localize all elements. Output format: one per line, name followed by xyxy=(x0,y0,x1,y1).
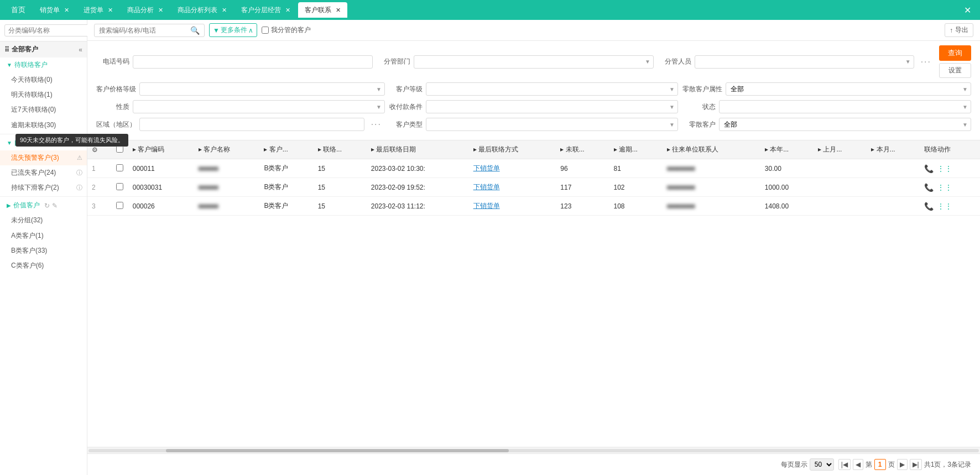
tab-product-list[interactable]: 商品分析列表 ✕ xyxy=(171,2,233,18)
my-customer-checkbox-wrap: 我分管的客户 xyxy=(262,25,311,35)
sidebar-item-class-b[interactable]: B类客户(33) xyxy=(0,243,87,258)
row-checkbox-3[interactable] xyxy=(112,197,128,216)
first-page-button[interactable]: |◀ xyxy=(838,459,851,470)
nature-label: 性质 xyxy=(96,102,129,112)
more-filter-button[interactable]: ▼ 更多条件 ∧ xyxy=(209,23,257,37)
sidebar-root[interactable]: ⠿ 全部客户 « xyxy=(0,41,87,58)
filter-region: 区域（地区） ··· xyxy=(96,118,385,131)
sidebar-item-class-a[interactable]: A类客户(1) xyxy=(0,228,87,243)
table-area: ⚙ ▸ 客户编码 ▸ 客户名称 ▸ xyxy=(87,140,980,447)
contact-icon-1[interactable]: 📞 xyxy=(924,164,934,173)
nature-select[interactable] xyxy=(133,100,385,113)
sidebar-group-value[interactable]: ▶ 价值客户 ↻ ✎ xyxy=(0,198,87,213)
region-input[interactable] xyxy=(139,118,364,131)
sidebar-item-ungrouped[interactable]: 未分组(32) xyxy=(0,213,87,228)
manager-select[interactable] xyxy=(695,55,914,69)
tab-sales-close[interactable]: ✕ xyxy=(64,7,69,14)
tab-customer-contact[interactable]: 客户联系 ✕ xyxy=(298,2,347,18)
sparse-customer-select[interactable]: 全部 xyxy=(719,118,971,131)
table-row: 2 00030031 ■■■■■ B类客户 15 2023-02-09 19:5… xyxy=(87,178,980,197)
sidebar-item-overdue-contact[interactable]: 逾期未联络(30) xyxy=(0,118,87,133)
row-last-date-2: 2023-02-09 19:52: xyxy=(367,178,469,197)
price-level-select[interactable] xyxy=(139,82,385,96)
horizontal-scrollbar[interactable] xyxy=(87,447,980,453)
filter-price-level: 客户价格等级 ▼ xyxy=(96,82,385,96)
my-customer-checkbox[interactable] xyxy=(262,27,269,34)
close-all-button[interactable]: ✕ xyxy=(960,5,976,15)
edit-icon[interactable]: ✎ xyxy=(52,202,58,210)
manager-more-btn[interactable]: ··· xyxy=(918,57,935,67)
sidebar-item-churned[interactable]: 已流失客户(24) ⓘ xyxy=(0,165,87,180)
status-select[interactable] xyxy=(719,100,971,113)
row-checkbox-1[interactable] xyxy=(112,159,128,178)
filter-row-4: 区域（地区） ··· 客户类型 ▼ 零散客户 全部 ▼ xyxy=(96,118,971,131)
sidebar-search-input[interactable] xyxy=(4,24,95,36)
tab-customer-tier[interactable]: 客户分层经营 ✕ xyxy=(234,2,297,18)
sidebar-group-pending[interactable]: ▼ 待联络客户 xyxy=(0,58,87,72)
row-contact-count-3: 15 xyxy=(314,197,367,216)
scroll-thumb[interactable] xyxy=(166,449,509,452)
tab-purchase[interactable]: 进货单 ✕ xyxy=(77,2,119,18)
contact-icon-2[interactable]: 📞 xyxy=(924,183,934,192)
tab-purchase-close[interactable]: ✕ xyxy=(108,7,113,14)
sidebar-item-today-contact[interactable]: 今天待联络(0) xyxy=(0,72,87,87)
filter-panel: 电话号码 分管部门 ▼ 分管人员 ▼ ··· xyxy=(87,41,980,140)
content-area: 🔍 ▼ 更多条件 ∧ 我分管的客户 ↑ 导出 电话号码 xyxy=(87,20,980,475)
row-no-contact-3: 123 xyxy=(556,197,609,216)
tab-product-list-close[interactable]: ✕ xyxy=(222,7,227,14)
search-button[interactable]: 🔍 xyxy=(190,26,200,35)
total-info: 共1页，3条记录 xyxy=(924,460,971,469)
chevron-down-icon: ∧ xyxy=(248,27,253,34)
th-no-contact: ▸ 未联... xyxy=(556,140,609,159)
filter-row-2: 客户价格等级 ▼ 客户等级 ▼ 零散客户属性 全部 xyxy=(96,82,971,96)
customer-level-select[interactable] xyxy=(426,82,678,96)
grid-icon: ⠿ xyxy=(4,46,9,54)
sidebar-item-declining[interactable]: 持续下滑客户(2) ⓘ xyxy=(0,180,87,195)
more-icon-3[interactable]: ⋮⋮ xyxy=(937,202,952,211)
sidebar-collapse-icon[interactable]: « xyxy=(79,46,82,54)
contact-icon-3[interactable]: 📞 xyxy=(924,202,934,211)
prev-page-button[interactable]: ◀ xyxy=(853,459,863,470)
tab-customer-contact-close[interactable]: ✕ xyxy=(336,7,341,14)
tab-home[interactable]: 首页 xyxy=(4,5,32,15)
more-icon-2[interactable]: ⋮⋮ xyxy=(937,183,952,192)
page-size-select[interactable]: 50 xyxy=(810,458,834,471)
export-button[interactable]: ↑ 导出 xyxy=(945,23,973,37)
sidebar-item-churn-warning[interactable]: 流失预警客户(3) ⚠ xyxy=(0,150,87,165)
table-row: 1 000011 ■■■■■ B类客户 15 2023-03-02 10:30:… xyxy=(87,159,980,178)
tab-product-analysis-close[interactable]: ✕ xyxy=(158,7,163,14)
tab-sales[interactable]: 销货单 ✕ xyxy=(33,2,76,18)
sidebar-item-tomorrow-contact[interactable]: 明天待联络(1) xyxy=(0,87,87,102)
th-overdue: ▸ 逾期... xyxy=(609,140,663,159)
customer-type-select[interactable] xyxy=(426,118,678,131)
table-header-row: ⚙ ▸ 客户编码 ▸ 客户名称 ▸ xyxy=(87,140,980,159)
settings-button[interactable]: 设置 xyxy=(939,63,971,78)
customer-table: ⚙ ▸ 客户编码 ▸ 客户名称 ▸ xyxy=(87,140,980,216)
next-page-button[interactable]: ▶ xyxy=(897,459,908,470)
region-more-btn[interactable]: ··· xyxy=(368,119,385,129)
dept-select[interactable] xyxy=(414,55,654,69)
sparse-attr-select[interactable]: 全部 xyxy=(726,82,971,96)
action-icons-2: 📞 ⋮⋮ xyxy=(924,183,976,192)
sidebar-item-class-c[interactable]: C类客户(6) xyxy=(0,258,87,273)
sidebar-item-7days-contact[interactable]: 近7天待联络(0) xyxy=(0,102,87,117)
refresh-icon[interactable]: ↻ xyxy=(44,202,50,210)
query-button[interactable]: 查询 xyxy=(939,45,971,61)
more-icon-1[interactable]: ⋮⋮ xyxy=(937,164,952,173)
tab-customer-tier-close[interactable]: ✕ xyxy=(285,7,290,14)
search-input[interactable] xyxy=(99,27,188,34)
row-index-3: 3 xyxy=(87,197,112,216)
scroll-track xyxy=(88,449,979,452)
row-name-2: ■■■■■ xyxy=(194,178,260,197)
th-last-date: ▸ 最后联络日期 xyxy=(367,140,469,159)
last-page-button[interactable]: ▶| xyxy=(910,459,922,470)
payment-select[interactable] xyxy=(426,100,678,113)
triangle-icon: ▼ xyxy=(7,62,12,68)
price-level-wrap: ▼ xyxy=(139,82,385,96)
row-checkbox-2[interactable] xyxy=(112,178,128,197)
th-contact-count: ▸ 联络... xyxy=(314,140,367,159)
phone-input[interactable] xyxy=(133,55,373,69)
filter-row-1: 电话号码 分管部门 ▼ 分管人员 ▼ ··· xyxy=(96,45,971,78)
triangle-icon-2: ▼ xyxy=(7,140,12,146)
tab-product-analysis[interactable]: 商品分析 ✕ xyxy=(121,2,170,18)
